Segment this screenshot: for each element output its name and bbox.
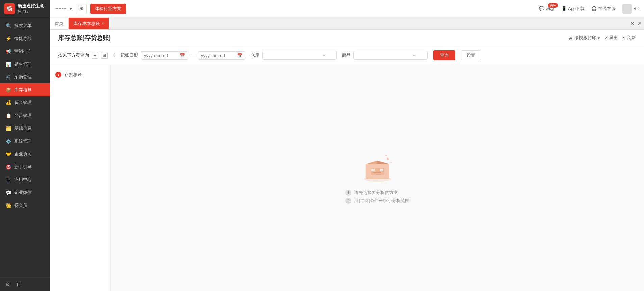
search-icon: 🔍 <box>5 23 11 29</box>
warehouse-input[interactable]: ··· <box>262 51 337 60</box>
user-avatar-area[interactable]: Rit <box>622 4 639 14</box>
export-button[interactable]: ↗ 导出 <box>604 35 618 41</box>
sidebar-item-member[interactable]: 👑 畅会员 <box>0 199 50 212</box>
sidebar-item-label: 企业微信 <box>14 190 32 196</box>
export-icon: ↗ <box>604 35 608 41</box>
cooperation-icon: 🤝 <box>5 151 11 157</box>
avatar <box>622 4 632 14</box>
product-filter-group: 商品 ··· <box>342 51 428 60</box>
calendar-icon-2: 📅 <box>237 53 242 58</box>
message-badge: 99+ <box>548 3 558 8</box>
search-button[interactable]: 查询 <box>433 50 455 60</box>
printer-icon: 🖨 <box>569 35 573 41</box>
topbar: ▪▪▪▪▪▪▪ ▾ ⚙ 体验行业方案 💬 消息 99+ 📱 App下载 🎧 在线… <box>50 0 644 18</box>
sidebar-item-search[interactable]: 🔍 搜索菜单 <box>0 19 50 32</box>
warehouse-label: 仓库 <box>251 52 259 58</box>
date-from-field[interactable] <box>144 53 178 58</box>
sidebar-item-operation[interactable]: 📋 经营管理 <box>0 109 50 122</box>
tab-close-button[interactable]: × <box>102 21 104 26</box>
app-download-label: App下载 <box>568 6 585 12</box>
online-service[interactable]: 🎧 在线客服 <box>591 6 616 12</box>
refresh-icon: ↻ <box>622 35 626 41</box>
collapse-button[interactable]: 《 <box>110 52 115 58</box>
sidebar-item-finance[interactable]: 💰 资金管理 <box>0 96 50 109</box>
inventory-icon: 📦 <box>5 87 11 93</box>
sidebar-item-guide[interactable]: 🎯 新手引导 <box>0 161 50 173</box>
inventory-ledger-label: 存货总账 <box>64 72 82 78</box>
sidebar-item-inventory[interactable]: 📦 库存核算 <box>0 83 50 96</box>
warehouse-field[interactable] <box>265 53 319 58</box>
sales-icon: 📊 <box>5 61 11 67</box>
left-panel: ● 存货总账 <box>50 65 111 291</box>
sidebar-item-label: 搜索菜单 <box>14 23 32 29</box>
app-logo: 畅 畅捷通好生意 标准版 <box>0 0 50 18</box>
svg-rect-7 <box>373 172 381 173</box>
system-icon: ⚙️ <box>5 138 11 144</box>
add-schema-button[interactable]: + <box>92 52 98 59</box>
svg-marker-2 <box>366 161 377 164</box>
phone-icon: 📱 <box>561 6 567 11</box>
headset-icon: 🎧 <box>591 6 597 11</box>
product-more-icon[interactable]: ··· <box>413 53 417 58</box>
date-from-input[interactable]: 📅 <box>141 51 188 60</box>
breadcrumb-text: ▪▪▪▪▪▪▪ <box>55 6 66 11</box>
print-button[interactable]: 🖨 按模板打印 ▾ <box>569 35 600 41</box>
inventory-ledger-icon: ● <box>55 72 61 78</box>
industry-solution-button[interactable]: 体验行业方案 <box>90 4 126 14</box>
empty-state: 1 请先选择要分析的方案 2 用[过滤]条件来缩小分析范围 <box>345 150 409 206</box>
gear-icon: ⚙ <box>80 6 84 11</box>
svg-point-9 <box>390 162 392 163</box>
tab-home[interactable]: 首页 <box>50 18 69 29</box>
product-label: 商品 <box>342 52 351 58</box>
breadcrumb-dropdown-button[interactable]: ▾ <box>68 5 73 12</box>
breadcrumb: ▪▪▪▪▪▪▪ ▾ <box>55 5 73 12</box>
sidebar-item-system[interactable]: ⚙️ 系统管理 <box>0 135 50 148</box>
sidebar-item-basic[interactable]: 🗂️ 基础信息 <box>0 122 50 135</box>
tip-text-1: 请先选择要分析的方案 <box>354 190 398 196</box>
empty-tip-2: 2 用[过滤]条件来缩小分析范围 <box>345 198 409 204</box>
guide-icon: 🎯 <box>5 164 11 170</box>
tip-text-2: 用[过滤]条件来缩小分析范围 <box>354 198 409 204</box>
tab-right-icons: ✕ ⤢ <box>630 20 644 27</box>
print-dropdown-icon: ▾ <box>598 35 600 41</box>
empty-illustration <box>357 150 398 184</box>
sidebar-item-cooperation[interactable]: 🤝 企业协同 <box>0 148 50 161</box>
sidebar-item-wechat[interactable]: 💬 企业微信 <box>0 186 50 199</box>
refresh-button[interactable]: ↻ 刷新 <box>622 35 636 41</box>
schema-settings-button[interactable]: ⊞ <box>101 52 108 59</box>
left-panel-item-inventory-ledger[interactable]: ● 存货总账 <box>50 69 110 80</box>
tab-area-close-icon[interactable]: ✕ <box>630 20 635 27</box>
topbar-settings-button[interactable]: ⚙ <box>77 4 87 14</box>
calendar-icon: 📅 <box>180 53 185 58</box>
apps-icon: 📱 <box>5 177 11 183</box>
product-field[interactable] <box>356 53 411 58</box>
search-label-group: 按以下方案查询 + ⊞ 《 <box>58 52 115 59</box>
sidebar-audio-button[interactable]: ⏸ <box>16 282 21 288</box>
sidebar-item-label: 销售管理 <box>14 61 32 67</box>
app-download[interactable]: 📱 App下载 <box>561 6 585 12</box>
logo-text: 畅捷通好生意 标准版 <box>18 3 44 14</box>
message-notification[interactable]: 💬 消息 99+ <box>539 6 554 12</box>
sidebar-item-shortcut[interactable]: ⚡ 快捷导航 <box>0 32 50 45</box>
tab-inventory-ledger[interactable]: 库存成本总账 × <box>69 18 109 29</box>
sidebar-item-label: 应用中心 <box>14 177 32 183</box>
warehouse-more-icon[interactable]: ··· <box>321 53 325 58</box>
topbar-right: 💬 消息 99+ 📱 App下载 🎧 在线客服 Rit <box>539 4 639 14</box>
search-label-text: 按以下方案查询 <box>58 52 89 58</box>
date-filter-group: 记账日期 📅 — 📅 <box>121 51 245 60</box>
grid-icon: ⊞ <box>103 53 106 58</box>
sidebar-item-apps[interactable]: 📱 应用中心 <box>0 173 50 186</box>
main-data-area: 1 请先选择要分析的方案 2 用[过滤]条件来缩小分析范围 <box>111 65 644 291</box>
settings-button[interactable]: 设置 <box>461 50 481 60</box>
sidebar-item-purchase[interactable]: 🛒 采购管理 <box>0 71 50 83</box>
sidebar-item-sales[interactable]: 📊 销售管理 <box>0 58 50 71</box>
sidebar-settings-button[interactable]: ⚙ <box>5 281 10 288</box>
svg-rect-5 <box>371 169 375 171</box>
date-to-input[interactable]: 📅 <box>198 51 245 60</box>
date-to-field[interactable] <box>201 53 235 58</box>
product-input[interactable]: ··· <box>353 51 428 60</box>
sidebar-item-marketing[interactable]: 📢 营销推广 <box>0 45 50 58</box>
username: Rit <box>633 6 639 11</box>
tab-resize-icon[interactable]: ⤢ <box>637 21 641 26</box>
page-header-actions: 🖨 按模板打印 ▾ ↗ 导出 ↻ 刷新 <box>569 35 636 41</box>
